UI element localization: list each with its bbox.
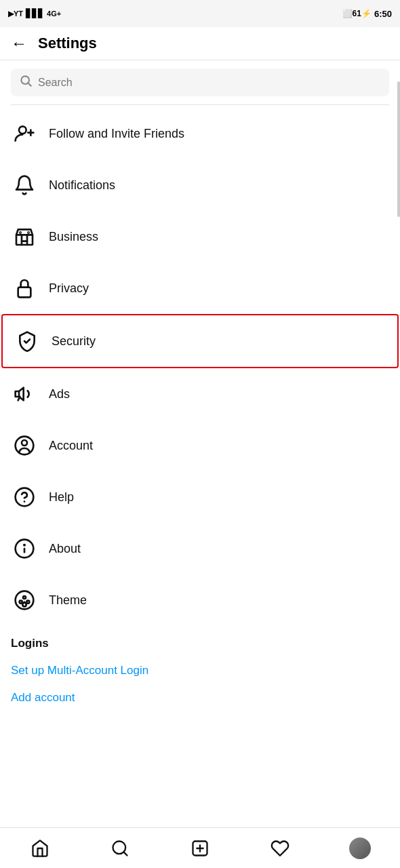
menu-label-theme: Theme [49, 593, 87, 608]
svg-point-20 [20, 601, 22, 604]
svg-line-1 [28, 83, 32, 87]
menu-label-about: About [49, 542, 81, 556]
logins-section: Logins Set up Multi-Account Login Add ac… [0, 626, 400, 707]
search-icon [19, 74, 33, 91]
menu-item-security[interactable]: Security [1, 314, 399, 368]
svg-point-7 [28, 232, 28, 233]
svg-point-22 [26, 601, 29, 604]
menu-item-notifications[interactable]: Notifications [0, 159, 400, 211]
palette-icon [11, 587, 38, 614]
menu-item-privacy[interactable]: Privacy [0, 262, 400, 314]
page-title: Settings [38, 35, 97, 52]
status-right: ⬜61⚡ 6:50 [342, 9, 392, 19]
nav-home[interactable] [23, 831, 57, 865]
add-person-icon [11, 120, 38, 147]
megaphone-icon [11, 380, 38, 408]
svg-line-24 [123, 852, 127, 855]
menu-label-business: Business [49, 230, 98, 244]
svg-point-12 [22, 440, 27, 446]
signal-bars: ▋▋▋ [26, 9, 44, 18]
search-input[interactable] [38, 77, 381, 89]
shield-check-icon [14, 328, 41, 355]
menu-item-ads[interactable]: Ads [0, 368, 400, 420]
time-display: 6:50 [374, 9, 392, 19]
menu-label-help: Help [49, 490, 74, 505]
lock-icon [11, 275, 38, 302]
multi-account-link[interactable]: Set up Multi-Account Login [11, 656, 389, 686]
app-indicator: ▶YT [8, 9, 23, 18]
menu-item-business[interactable]: Business [0, 211, 400, 262]
header: ← Settings [0, 27, 400, 60]
menu-item-about[interactable]: About [0, 523, 400, 574]
menu-label-security: Security [52, 334, 96, 349]
divider-top [11, 104, 389, 105]
svg-point-21 [23, 596, 26, 599]
bottom-nav [0, 827, 400, 868]
menu-item-follow[interactable]: Follow and Invite Friends [0, 108, 400, 159]
battery-indicator: ⬜61⚡ [342, 9, 372, 18]
back-button[interactable]: ← [11, 34, 27, 53]
nav-search[interactable] [103, 831, 137, 865]
menu-item-account[interactable]: Account [0, 420, 400, 471]
menu-label-privacy: Privacy [49, 281, 89, 296]
menu-item-help[interactable]: Help [0, 471, 400, 523]
bell-icon [11, 172, 38, 199]
svg-point-6 [20, 232, 20, 233]
network-type: 4G+ [47, 9, 61, 18]
menu-label-follow: Follow and Invite Friends [49, 127, 184, 141]
status-left: ▶YT ▋▋▋ 4G+ [8, 9, 61, 18]
nav-add[interactable] [183, 831, 217, 865]
settings-menu: Follow and Invite Friends Notifications [0, 108, 400, 626]
info-circle-icon [11, 535, 38, 562]
menu-label-notifications: Notifications [49, 178, 115, 193]
nav-activity[interactable] [263, 831, 297, 865]
menu-label-ads: Ads [49, 387, 70, 401]
status-bar: ▶YT ▋▋▋ 4G+ ⬜61⚡ 6:50 [0, 0, 400, 27]
svg-rect-8 [18, 288, 31, 298]
person-circle-icon [11, 432, 38, 459]
logins-title: Logins [11, 637, 389, 650]
search-bar[interactable] [11, 68, 389, 96]
avatar [349, 837, 371, 859]
menu-item-theme[interactable]: Theme [0, 574, 400, 626]
question-circle-icon [11, 484, 38, 511]
nav-profile[interactable] [343, 831, 377, 865]
svg-point-2 [19, 126, 26, 134]
add-account-link[interactable]: Add account [11, 686, 389, 705]
menu-label-account: Account [49, 439, 93, 453]
svg-point-18 [24, 545, 24, 545]
store-icon [11, 223, 38, 250]
svg-point-0 [21, 76, 29, 84]
svg-rect-5 [16, 235, 33, 245]
content-area: Follow and Invite Friends Notifications [0, 68, 400, 755]
